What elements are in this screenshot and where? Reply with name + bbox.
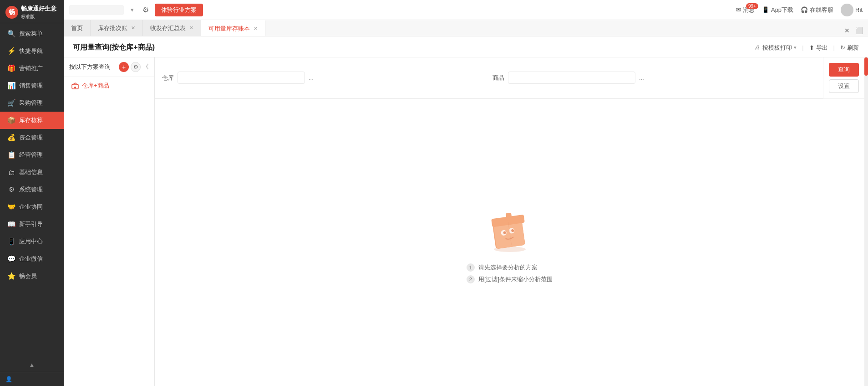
query-filters: 仓库 ... 商品 ...	[155, 57, 823, 98]
sidebar-item-enterprise-coop[interactable]: 🤝 企业协同	[0, 198, 64, 216]
main-area: ▾ ⚙ 体验行业方案 ✉ 消息 99+ 📱 App下载 🎧 在线客服	[64, 0, 868, 386]
window-close-btn[interactable]: ✕	[842, 25, 853, 36]
sidebar-item-system[interactable]: ⚙ 系统管理	[0, 181, 64, 198]
tab-home-label: 首页	[71, 24, 83, 32]
sidebar-item-sales[interactable]: 📊 销售管理	[0, 77, 64, 94]
topbar: ▾ ⚙ 体验行业方案 ✉ 消息 99+ 📱 App下载 🎧 在线客服	[64, 0, 868, 20]
tab-available-ledger-label: 可用量库存账本	[208, 25, 250, 33]
sidebar-header: 畅 畅康通好生意 标准版	[0, 0, 64, 23]
empty-illustration	[482, 201, 537, 256]
sidebar-item-quick-nav[interactable]: ⚡ 快捷导航	[0, 42, 64, 60]
sidebar-item-basic-info[interactable]: 🗂 基础信息	[0, 164, 64, 181]
export-button[interactable]: ⬆ 导出	[809, 44, 828, 52]
quick-nav-icon: ⚡	[7, 47, 15, 55]
svg-rect-6	[505, 213, 512, 221]
sidebar-item-search-menu[interactable]: 🔍 搜索菜单	[0, 25, 64, 42]
query-actions: 查询 设置	[823, 57, 864, 98]
empty-state: 1 请先选择要分析的方案 2 用[过滤]条件来缩小分析范围	[155, 99, 864, 386]
sidebar-item-label: 销售管理	[19, 82, 43, 90]
query-panel: 仓库 ... 商品 ... 查询 设置	[155, 57, 864, 386]
topbar-search-box[interactable]	[69, 5, 124, 15]
sidebar-item-label: 资金管理	[19, 134, 43, 142]
empty-tip-1: 1 请先选择要分析的方案	[467, 263, 553, 272]
tip-text-2: 用[过滤]条件来缩小分析范围	[478, 275, 553, 283]
warehouse-filter-more[interactable]: ...	[309, 74, 314, 81]
search-input[interactable]	[73, 7, 118, 13]
sidebar-item-vip-members[interactable]: ⭐ 畅会员	[0, 268, 64, 285]
sidebar-item-marketing[interactable]: 🎁 营销推广	[0, 60, 64, 77]
sidebar-item-label: 采购管理	[19, 99, 43, 107]
print-button[interactable]: 🖨 按模板打印 ▾	[755, 44, 797, 52]
app-download-action[interactable]: 📱 App下载	[762, 6, 793, 14]
tab-collection-summary[interactable]: 收发存汇总表 ✕	[143, 20, 201, 36]
sidebar-item-app-center[interactable]: 📱 应用中心	[0, 233, 64, 250]
sidebar-item-funds[interactable]: 💰 资金管理	[0, 129, 64, 146]
settings-button[interactable]: 设置	[829, 79, 859, 93]
enterprise-coop-icon: 🤝	[7, 203, 15, 211]
tab-collection-summary-close[interactable]: ✕	[189, 25, 193, 31]
tip-text-1: 请先选择要分析的方案	[478, 263, 538, 272]
sidebar-item-inventory[interactable]: 📦 库存核算	[0, 112, 64, 129]
user-avatar[interactable]: Rit	[841, 4, 863, 16]
message-action[interactable]: ✉ 消息 99+	[736, 6, 755, 14]
sidebar-item-label: 应用中心	[19, 237, 43, 246]
tab-available-ledger-close[interactable]: ✕	[254, 26, 258, 31]
sidebar-scroll-up[interactable]: ▲	[0, 358, 64, 372]
topbar-actions: ✉ 消息 99+ 📱 App下载 🎧 在线客服 Rit	[736, 4, 863, 16]
app-name: 畅康通好生意	[21, 5, 56, 13]
system-icon: ⚙	[7, 185, 15, 194]
product-filter-input[interactable]	[508, 72, 635, 84]
sidebar-item-operations[interactable]: 📋 经营管理	[0, 146, 64, 164]
sidebar-item-label: 快捷导航	[19, 47, 43, 55]
scheme-add-button[interactable]: +	[119, 62, 129, 72]
scheme-item-warehouse-product[interactable]: 仓库+商品	[64, 77, 154, 94]
topbar-gear-icon[interactable]: ⚙	[140, 5, 151, 15]
product-filter-group: 商品 ...	[492, 72, 816, 84]
scheme-panel-actions: + ⚙ 《	[119, 62, 149, 72]
refresh-button[interactable]: ↻ 刷新	[840, 44, 859, 52]
vip-icon: ⭐	[7, 272, 15, 280]
tab-available-ledger[interactable]: 可用量库存账本 ✕	[201, 20, 265, 36]
scheme-collapse-button[interactable]: 《	[142, 63, 149, 71]
username-label: Rit	[855, 6, 863, 13]
app-logo: 畅 畅康通好生意 标准版	[5, 5, 58, 20]
query-button[interactable]: 查询	[829, 63, 859, 77]
warehouse-filter-input[interactable]	[178, 72, 305, 84]
tip-num-1: 1	[467, 263, 475, 272]
online-service-action[interactable]: 🎧 在线客服	[801, 6, 833, 14]
app-center-icon: 📱	[7, 237, 15, 246]
sidebar-footer[interactable]: 👤	[0, 372, 64, 386]
sidebar-item-label: 新手引导	[19, 220, 43, 228]
topbar-dropdown-icon[interactable]: ▾	[127, 5, 137, 15]
scrollbar-thumb[interactable]	[864, 57, 868, 76]
message-badge: 99+	[746, 3, 758, 9]
export-icon: ⬆	[809, 44, 814, 51]
sidebar-item-label: 企业微信	[19, 255, 43, 263]
tabbar-window-buttons: ✕ ⬜	[838, 25, 868, 36]
product-filter-more[interactable]: ...	[639, 74, 644, 81]
right-scrollbar[interactable]	[864, 57, 868, 386]
search-menu-icon: 🔍	[7, 30, 15, 38]
tab-batch-accounts[interactable]: 库存批次账 ✕	[91, 20, 143, 36]
sidebar-item-enterprise-wechat[interactable]: 💬 企业微信	[0, 250, 64, 268]
scheme-edit-button[interactable]: ⚙	[131, 62, 141, 72]
tab-home[interactable]: 首页	[64, 20, 91, 36]
window-maximize-btn[interactable]: ⬜	[853, 25, 864, 36]
sidebar-item-purchase[interactable]: 🛒 采购管理	[0, 94, 64, 112]
tab-batch-accounts-label: 库存批次账	[98, 24, 127, 32]
print-dropdown-icon[interactable]: ▾	[794, 45, 797, 51]
inventory-icon: 📦	[7, 116, 15, 124]
app-download-label: App下载	[771, 6, 793, 14]
sidebar-item-label: 经营管理	[19, 151, 43, 159]
print-icon: 🖨	[755, 44, 761, 51]
trial-button[interactable]: 体验行业方案	[155, 4, 203, 16]
warehouse-filter-label: 仓库	[162, 74, 174, 82]
page-header-actions: 🖨 按模板打印 ▾ | ⬆ 导出 | ↻ 刷新	[755, 44, 859, 52]
basic-info-icon: 🗂	[7, 168, 15, 176]
warehouse-filter-group: 仓库 ...	[162, 72, 485, 84]
app-download-icon: 📱	[762, 6, 769, 13]
refresh-icon: ↻	[840, 44, 845, 51]
sidebar-item-new-guide[interactable]: 📖 新手引导	[0, 216, 64, 233]
tab-batch-accounts-close[interactable]: ✕	[131, 25, 135, 31]
export-label: 导出	[816, 44, 828, 52]
